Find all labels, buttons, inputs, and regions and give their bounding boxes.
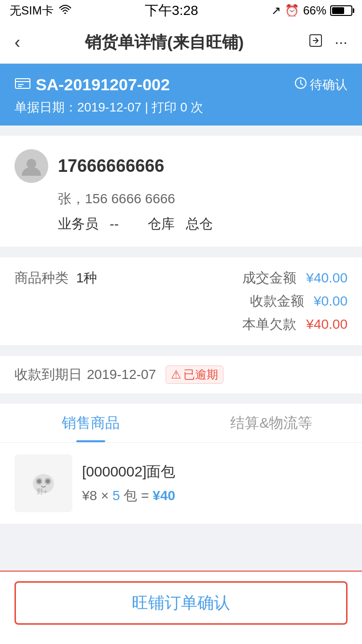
wifi-icon xyxy=(58,4,72,17)
due-date-label: 收款到期日 xyxy=(14,365,82,384)
customer-name: 张，156 6666 6666 xyxy=(14,190,348,208)
svg-point-0 xyxy=(64,13,66,14)
warehouse-label: 仓库 xyxy=(148,216,175,231)
product-type-value: 1种 xyxy=(76,269,97,287)
customer-card: 17666666666 张，156 6666 6666 业务员 -- 仓库 总仓 xyxy=(0,135,362,247)
back-button[interactable]: ‹ xyxy=(14,32,20,53)
svg-point-9 xyxy=(46,479,50,483)
product-list: 野+ [0000002]面包 ¥8 × 5 包 = ¥40 xyxy=(0,443,362,524)
svg-point-8 xyxy=(37,479,41,483)
arrears-value: ¥40.00 xyxy=(306,317,348,332)
status-right: ↗ ⏰ 66% xyxy=(271,4,352,17)
quantity-value: 5 xyxy=(112,488,120,503)
due-date-card: 收款到期日 2019-12-07 ⚠ 已逾期 xyxy=(0,355,362,394)
confirm-order-button[interactable]: 旺铺订单确认 xyxy=(14,581,348,625)
page-title: 销货单详情(来自旺铺) xyxy=(85,31,244,54)
order-id: SA-20191207-002 xyxy=(14,75,170,94)
share-icon[interactable] xyxy=(308,33,323,52)
nav-bar: ‹ 销货单详情(来自旺铺) ··· xyxy=(0,21,362,64)
summary-right: 成交金额 ¥40.00 收款金额 ¥0.00 本单欠款 ¥40.00 xyxy=(242,269,348,334)
product-info: [0000002]面包 ¥8 × 5 包 = ¥40 xyxy=(82,462,348,505)
tabs: 销售商品 结算&物流等 xyxy=(0,404,362,443)
total-value: ¥40 xyxy=(153,488,175,503)
product-name: [0000002]面包 xyxy=(82,462,348,482)
unit-value: 包 xyxy=(124,488,137,503)
tab-settlement-logistics[interactable]: 结算&物流等 xyxy=(181,404,362,442)
customer-phone: 17666666666 xyxy=(58,156,164,176)
due-date-value: 2019-12-07 xyxy=(87,367,156,382)
status-time: 下午3:28 xyxy=(145,1,198,20)
battery-icon xyxy=(330,5,352,16)
customer-meta: 业务员 -- 仓库 总仓 xyxy=(14,215,348,233)
table-row: 野+ [0000002]面包 ¥8 × 5 包 = ¥40 xyxy=(0,443,362,524)
summary-left: 商品种类 1种 xyxy=(14,269,97,287)
order-date: 单据日期：2019-12-07 | 打印 0 次 xyxy=(14,99,348,116)
nav-actions: ··· xyxy=(308,33,348,52)
svg-rect-2 xyxy=(15,79,30,88)
order-status: 待确认 xyxy=(294,76,348,93)
clock-icon xyxy=(294,77,307,93)
alarm-icon: ⏰ xyxy=(285,4,299,17)
warehouse-value: 总仓 xyxy=(186,216,213,231)
product-logo-icon: 野+ xyxy=(24,467,63,500)
salesperson-label: 业务员 xyxy=(58,216,98,231)
order-header: SA-20191207-002 待确认 单据日期：2019-12-07 | 打印… xyxy=(0,64,362,126)
status-text: 待确认 xyxy=(310,76,348,93)
price-value: ¥8 xyxy=(82,488,97,503)
salesperson-value: -- xyxy=(110,216,119,231)
collection-amount-value: ¥0.00 xyxy=(314,294,348,309)
summary-card: 商品种类 1种 成交金额 ¥40.00 收款金额 ¥0.00 本单欠款 ¥40.… xyxy=(0,257,362,346)
order-icon xyxy=(14,75,31,94)
transaction-amount-value: ¥40.00 xyxy=(306,270,348,286)
location-icon: ↗ xyxy=(271,4,281,17)
order-id-text: SA-20191207-002 xyxy=(36,75,170,94)
product-price: ¥8 × 5 包 = ¥40 xyxy=(82,487,348,505)
product-type-label: 商品种类 xyxy=(14,270,69,285)
more-icon[interactable]: ··· xyxy=(334,33,348,51)
arrears-label: 本单欠款 xyxy=(242,315,296,334)
overdue-text: 已逾期 xyxy=(183,367,218,382)
overdue-icon: ⚠ xyxy=(171,368,181,381)
status-left: 无SIM卡 xyxy=(10,3,72,18)
tab-sales-products[interactable]: 销售商品 xyxy=(0,404,181,442)
collection-amount-label: 收款金额 xyxy=(250,292,304,310)
bottom-bar: 旺铺订单确认 xyxy=(0,571,362,644)
carrier-text: 无SIM卡 xyxy=(10,3,54,18)
transaction-amount-label: 成交金额 xyxy=(242,269,296,287)
battery-percent: 66% xyxy=(303,4,326,17)
product-thumbnail: 野+ xyxy=(14,454,72,512)
svg-text:野+: 野+ xyxy=(37,488,47,495)
status-bar: 无SIM卡 下午3:28 ↗ ⏰ 66% xyxy=(0,0,362,21)
overdue-badge: ⚠ 已逾期 xyxy=(166,365,223,384)
avatar xyxy=(14,149,48,183)
